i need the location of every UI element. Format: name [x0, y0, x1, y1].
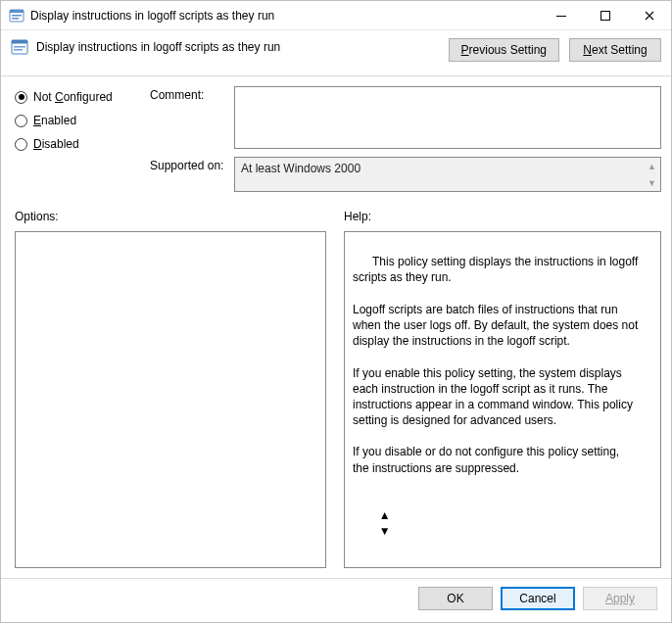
help-text: This policy setting displays the instruc…: [353, 255, 642, 474]
ok-button[interactable]: OK: [418, 587, 493, 610]
app-icon: [9, 8, 24, 24]
header-band: Display instructions in logoff scripts a…: [1, 30, 671, 76]
dialog-footer: OK Cancel Apply: [1, 578, 671, 622]
scrollbar: ▲ ▼: [644, 158, 660, 191]
titlebar: Display instructions in logoff scripts a…: [1, 1, 671, 30]
svg-rect-7: [12, 40, 27, 44]
svg-rect-5: [600, 11, 609, 20]
svg-rect-4: [556, 16, 566, 17]
svg-rect-8: [14, 46, 25, 48]
svg-rect-2: [12, 15, 22, 17]
config-row: Not Configured Enabled Disabled Comment:…: [1, 76, 671, 196]
supported-on-value: At least Windows 2000 ▲ ▼: [234, 157, 661, 192]
help-panel: This policy setting displays the instruc…: [344, 231, 661, 568]
policy-title: Display instructions in logoff scripts a…: [36, 38, 441, 54]
panels-row: This policy setting displays the instruc…: [1, 227, 671, 578]
options-panel: [15, 231, 326, 568]
apply-button: Apply: [583, 587, 657, 610]
radio-glyph-icon: [15, 115, 27, 127]
svg-rect-3: [12, 18, 19, 20]
maximize-button[interactable]: [583, 1, 627, 29]
cancel-button[interactable]: Cancel: [501, 587, 575, 610]
supported-on-label: Supported on:: [150, 157, 228, 172]
comment-label: Comment:: [150, 86, 228, 102]
scroll-down-icon: ▼: [644, 174, 660, 191]
comment-textarea[interactable]: [234, 86, 661, 149]
svg-rect-9: [14, 49, 23, 51]
section-labels: Options: Help:: [1, 196, 671, 227]
state-radio-group: Not Configured Enabled Disabled: [15, 86, 142, 192]
radio-enabled[interactable]: Enabled: [15, 114, 142, 127]
scroll-up-icon[interactable]: ▲: [379, 508, 391, 522]
scroll-down-icon[interactable]: ▼: [379, 524, 391, 538]
window-title: Display instructions in logoff scripts a…: [30, 9, 539, 23]
radio-glyph-icon: [15, 138, 27, 151]
supported-on-text: At least Windows 2000: [241, 162, 360, 175]
radio-disabled[interactable]: Disabled: [15, 137, 142, 151]
policy-setting-window: Display instructions in logoff scripts a…: [0, 0, 672, 623]
radio-glyph-icon: [15, 91, 27, 104]
previous-setting-button[interactable]: Previous Setting: [449, 38, 559, 62]
help-label: Help:: [344, 210, 661, 223]
svg-rect-1: [10, 10, 24, 13]
minimize-button[interactable]: [539, 1, 583, 29]
radio-not-configured[interactable]: Not Configured: [15, 90, 142, 104]
scrollbar[interactable]: ▲ ▼: [353, 492, 639, 555]
next-setting-button[interactable]: Next Setting: [569, 38, 661, 62]
window-controls: [539, 1, 671, 29]
options-label: Options:: [15, 210, 326, 223]
scroll-up-icon: ▲: [644, 158, 660, 174]
close-button[interactable]: [627, 1, 671, 29]
policy-icon: [11, 38, 28, 56]
